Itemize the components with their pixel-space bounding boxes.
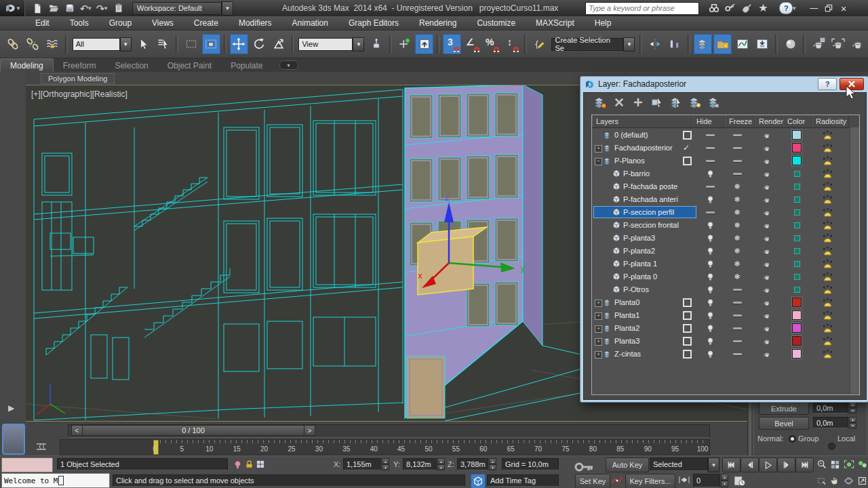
workspace-dropdown[interactable]: Workspace: Default [132, 2, 222, 15]
render-toggle-icon[interactable] [762, 182, 772, 191]
rect-selection-region[interactable] [182, 34, 200, 54]
previous-frame-button[interactable]: < [71, 425, 83, 436]
layer-row[interactable]: +Planta3 [592, 335, 859, 348]
go-to-start-icon[interactable] [722, 458, 741, 472]
restore-icon[interactable] [821, 2, 836, 14]
radiosity-icon[interactable] [822, 233, 833, 243]
align[interactable] [666, 34, 684, 54]
radiosity-icon[interactable] [822, 156, 833, 165]
bevel-spinner[interactable]: ▲▼ [849, 417, 856, 428]
time-slider-track[interactable]: < 0 / 100 > [68, 424, 710, 438]
extrude-spinner[interactable]: ▲▼ [849, 402, 856, 413]
color-swatch[interactable] [791, 272, 802, 281]
search-input[interactable] [585, 2, 699, 15]
use-pivot-center[interactable] [367, 34, 385, 54]
viewport-corner-icon[interactable] [2, 424, 25, 455]
freeze-toggle-icon[interactable] [732, 131, 743, 140]
color-swatch[interactable] [791, 233, 802, 243]
communication-center-icon[interactable] [738, 1, 755, 15]
radiosity-icon[interactable] [822, 298, 833, 307]
select-and-move[interactable] [230, 34, 248, 54]
render-toggle-icon[interactable] [762, 221, 772, 230]
radiosity-icon[interactable] [822, 130, 833, 140]
extrude-field[interactable]: 0,0m [813, 402, 848, 413]
next-frame-button[interactable]: > [304, 425, 315, 436]
menu-help[interactable]: Help [595, 18, 612, 28]
key-curve-icon[interactable] [612, 475, 623, 488]
app-logo-icon[interactable]: ▼ [0, 0, 25, 16]
help-dropdown-arrow[interactable]: ▼ [791, 5, 797, 12]
layer-name[interactable]: P-seccion frontal [623, 221, 679, 229]
ribbon-tab-object-paint[interactable]: Object Paint [158, 59, 221, 72]
keyboard-override[interactable] [415, 34, 433, 54]
render-toggle-icon[interactable] [762, 247, 772, 256]
render-toggle-icon[interactable] [762, 260, 772, 268]
schematic-view[interactable] [753, 34, 772, 54]
radiosity-icon[interactable] [822, 143, 833, 152]
x-spinner[interactable]: ▲▼ [382, 458, 389, 470]
z-coordinate-field[interactable]: 3,788m [457, 458, 488, 470]
freeze-toggle-icon[interactable]: ❄ [732, 272, 743, 281]
ribbon-tab-modeling[interactable]: Modeling [0, 58, 54, 72]
layer-name[interactable]: P-fachada anteri [623, 195, 678, 203]
hide-toggle-icon[interactable] [705, 208, 715, 217]
hide-toggle-icon[interactable] [705, 195, 715, 204]
save-file-icon[interactable] [62, 1, 78, 15]
hide-toggle-icon[interactable] [705, 169, 715, 178]
hide-all-layers-icon[interactable] [686, 94, 705, 110]
search-binoculars-icon[interactable] [706, 1, 722, 15]
layer-row[interactable]: P-planta3❄ [592, 232, 859, 245]
freeze-toggle-icon[interactable] [732, 157, 743, 165]
render-toggle-icon[interactable] [762, 311, 772, 320]
freeze-toggle-icon[interactable]: ❄ [732, 247, 743, 256]
select-objects-in-layer-icon[interactable] [648, 94, 667, 110]
y-coordinate-field[interactable]: 8,132m [403, 458, 437, 470]
spinner-snap[interactable]: ↕ [502, 34, 521, 54]
layer-name[interactable]: P-Planos [614, 157, 645, 165]
orbit-icon[interactable] [842, 474, 855, 487]
expand-toggle-icon[interactable]: + [595, 312, 602, 320]
render-toggle-icon[interactable] [762, 144, 772, 152]
render-production[interactable] [849, 34, 867, 54]
menu-rendering[interactable]: Rendering [419, 18, 456, 28]
menu-views[interactable]: Views [152, 18, 174, 28]
layer-name[interactable]: P-planta 0 [623, 272, 657, 281]
render-setup[interactable] [809, 34, 827, 54]
viewport-layout-arrow-icon[interactable]: ▶ [8, 403, 14, 413]
layer-row[interactable]: +Fachadaposterior✓ [592, 142, 859, 155]
color-swatch[interactable] [791, 246, 802, 256]
layer-manager[interactable] [694, 34, 712, 54]
select-and-link[interactable] [3, 34, 22, 54]
color-swatch[interactable] [791, 195, 802, 204]
absolute-offset-icon[interactable] [255, 458, 266, 470]
angle-snap[interactable]: ∠ [462, 34, 481, 54]
pan-icon[interactable] [829, 474, 842, 487]
column-header-radiosity[interactable]: Radiosity [812, 115, 849, 127]
ribbon-overflow-icon[interactable]: ▼ [279, 60, 298, 70]
layer-name[interactable]: Planta3 [614, 337, 639, 345]
lock-selection-icon[interactable] [243, 458, 254, 470]
snap-toggle-3d[interactable]: 3 [443, 34, 461, 54]
time-slider-handle[interactable]: < 0 / 100 > [71, 425, 315, 436]
column-header-render[interactable]: Render [755, 115, 783, 127]
rendered-frame-window[interactable] [829, 34, 847, 54]
render-toggle-icon[interactable] [762, 285, 772, 294]
color-swatch[interactable] [791, 182, 802, 191]
radiosity-icon[interactable] [822, 323, 833, 333]
current-layer-box[interactable] [683, 131, 692, 140]
expand-toggle-icon[interactable]: + [595, 338, 602, 346]
color-swatch[interactable] [791, 156, 802, 165]
current-layer-box[interactable] [683, 324, 692, 333]
radiosity-icon[interactable] [822, 195, 833, 204]
infocenter-help-icon[interactable]: ? [779, 2, 793, 14]
layer-row[interactable]: −P-Planos [592, 155, 859, 167]
current-layer-box[interactable] [683, 311, 692, 320]
hide-toggle-icon[interactable] [705, 311, 715, 320]
hide-toggle-icon[interactable] [705, 182, 715, 191]
play-icon[interactable] [759, 458, 777, 472]
radiosity-icon[interactable] [822, 220, 833, 230]
current-layer-box[interactable] [683, 157, 692, 165]
freeze-toggle-icon[interactable] [732, 144, 743, 152]
radiosity-icon[interactable] [822, 272, 833, 281]
ribbon-tab-selection[interactable]: Selection [105, 59, 157, 72]
